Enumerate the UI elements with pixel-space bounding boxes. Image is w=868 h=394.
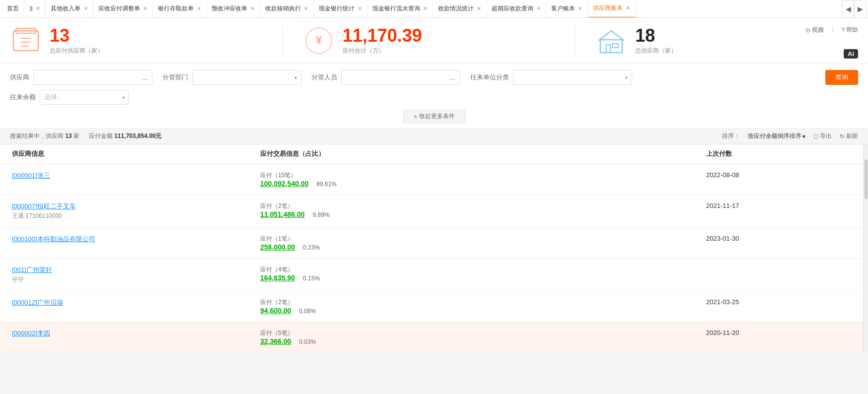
collapse-button[interactable]: ∧ 收起更多条件: [403, 110, 465, 123]
supplier-link-5[interactable]: [000002]李四: [12, 329, 50, 337]
stat-info-1: 13 总应付供应商（家）: [50, 27, 103, 55]
supplier-input-wrap: ...: [33, 70, 152, 85]
filter-balance: 往来余额 选择... ▾: [10, 90, 129, 105]
table-row: [000100]本特勤油品有限公司 应付（1笔） 258,000.00 0.23…: [0, 228, 863, 259]
top-nav: 首页 3 ✕ 其他收入单 ✕ 应收应付调整单 ✕ 银行存取款单 ✕ 预收冲应收单…: [0, 0, 868, 18]
nav-tab-bank-deposit[interactable]: 银行存取款单 ✕: [153, 0, 207, 18]
nav-tab-3[interactable]: 3 ✕: [24, 0, 46, 18]
close-icon[interactable]: ✕: [477, 5, 481, 12]
close-icon[interactable]: ✕: [626, 5, 630, 11]
balance-dropdown-arrow: ▾: [122, 95, 125, 100]
close-icon[interactable]: ✕: [423, 5, 428, 12]
nav-tab-receipt-stat[interactable]: 收款情况统计 ✕: [433, 0, 487, 18]
close-icon[interactable]: ✕: [536, 5, 541, 12]
txn-amount-2[interactable]: 258,000.00: [260, 243, 295, 251]
txn-label-5: 应付（5笔）: [260, 329, 702, 337]
nav-tab-prepay-ar[interactable]: 预收冲应收单 ✕: [207, 0, 260, 18]
nav-tab-other-income[interactable]: 其他收入单 ✕: [46, 0, 93, 18]
close-icon[interactable]: ✕: [143, 5, 147, 12]
sort-label: 排序：: [722, 132, 740, 140]
stat-number-3: 18: [635, 27, 677, 45]
nav-right-arrow[interactable]: ▶: [854, 0, 866, 18]
lastpay-cell-4: 2021-03-25: [704, 298, 853, 306]
results-bar: 搜索结果中，供应商 13 家 应付金额 111,703,854.00元 排序： …: [0, 129, 868, 144]
sort-selector[interactable]: 按应付余额倒序排序 ▾: [748, 132, 805, 140]
video-icon: ⊙: [805, 27, 810, 34]
nav-left-arrow[interactable]: ◀: [842, 0, 854, 18]
filter-area: 供应商 ... 分管部门 ▾ 分管人员 ... 往来单位分类: [0, 64, 868, 129]
nav-tab-customer-ledger[interactable]: 客户账本 ✕: [546, 0, 588, 18]
filter-person: 分管人员 ...: [311, 70, 460, 85]
person-input[interactable]: [346, 74, 447, 81]
nav-tab-overdue-ar[interactable]: 超期应收款查询 ✕: [487, 0, 546, 18]
txn-amount-4[interactable]: 94,600.00: [260, 307, 291, 315]
filter-category: 往来单位分类 ▾: [470, 70, 632, 85]
help-btn[interactable]: ? 帮助: [841, 26, 858, 34]
close-icon[interactable]: ✕: [197, 5, 201, 12]
scrollbar-thumb[interactable]: [865, 159, 868, 199]
supplier-ellipsis[interactable]: ...: [142, 73, 148, 82]
supplier-link-4[interactable]: [000012]广州贝瑞: [12, 299, 63, 306]
dept-select[interactable]: ▾: [192, 70, 301, 85]
nav-tab-receipt-exec[interactable]: 收款核销执行 ✕: [260, 0, 314, 18]
dept-dropdown-arrow: ▾: [294, 75, 297, 80]
supplier-count: 13: [65, 132, 72, 139]
stat-label-2: 应付合计（万）: [343, 47, 422, 55]
txn-cell-0: 应付（15笔） 100,092,540.00 89.61%: [258, 171, 704, 188]
table-row: [000001]张三 应付（15笔） 100,092,540.00 89.61%…: [0, 164, 863, 195]
filter-supplier: 供应商 ...: [10, 70, 152, 85]
stat-info-2: 11,170.39 应付合计（万）: [343, 27, 422, 55]
nav-tab-supplier-ledger[interactable]: 供应商账本 ✕: [588, 0, 636, 18]
txn-cell-2: 应付（1笔） 258,000.00 0.23%: [258, 235, 704, 251]
txn-amount-1[interactable]: 11,051,486.00: [260, 210, 305, 218]
close-icon[interactable]: ✕: [83, 5, 88, 12]
txn-amount-0[interactable]: 100,092,540.00: [260, 180, 308, 188]
supplier-input[interactable]: [38, 74, 140, 81]
header-actions: ⊙ 视频 | ? 帮助: [805, 26, 858, 34]
category-select[interactable]: ▾: [513, 70, 632, 85]
close-icon[interactable]: ✕: [578, 5, 582, 12]
txn-label-3: 应付（4笔）: [260, 265, 702, 274]
supplier-link-0[interactable]: [000001]张三: [12, 172, 50, 179]
close-icon[interactable]: ✕: [250, 5, 255, 12]
nav-tab-ar-ap-adjust[interactable]: 应收应付调整单 ✕: [93, 0, 153, 18]
query-button[interactable]: 查询: [825, 70, 858, 85]
nav-tab-home[interactable]: 首页: [2, 0, 24, 18]
stats-header: 13 总应付供应商（家） ¥ 11,170.39 应付合计（万）: [0, 18, 868, 64]
table-row: [001]广州荣轩 仔仔 应付（4笔） 164,635.90 0.15%: [0, 259, 863, 291]
txn-amount-3[interactable]: 164,635.90: [260, 274, 295, 282]
close-icon[interactable]: ✕: [36, 5, 40, 12]
stat-number-2: 11,170.39: [343, 27, 422, 45]
txn-cell-3: 应付（4笔） 164,635.90 0.15%: [258, 265, 704, 282]
txn-amount-5[interactable]: 32,366.00: [260, 337, 291, 345]
txn-percent-0: 89.61%: [316, 181, 337, 188]
stat-info-3: 18 总供应商（家）: [635, 27, 677, 55]
supplier-link-2[interactable]: [000100]本特勤油品有限公司: [12, 235, 95, 243]
svg-rect-8: [606, 45, 610, 53]
lastpay-cell-2: 2023-01-30: [704, 235, 853, 242]
right-scrollbar[interactable]: [863, 144, 868, 353]
supplier-cell-1: [000007]恒旺二手叉车 王通 17106110000: [10, 202, 258, 220]
txn-cell-4: 应付（2笔） 94,600.00 0.08%: [258, 298, 704, 315]
video-btn[interactable]: ⊙ 视频: [805, 26, 824, 34]
balance-select[interactable]: 选择... ▾: [40, 90, 129, 105]
ai-badge[interactable]: Ai: [844, 49, 858, 59]
table-row-highlighted: [000002]李四 应付（5笔） 32,366.00 0.03% 2020-1…: [0, 322, 863, 353]
refresh-btn[interactable]: ↻ 刷新: [840, 132, 858, 140]
nav-tab-cash-stat[interactable]: 现金银行统计 ✕: [314, 0, 367, 18]
amount-value: 111,703,854.00元: [114, 132, 161, 139]
txn-label-4: 应付（2笔）: [260, 298, 702, 307]
person-ellipsis[interactable]: ...: [449, 73, 456, 82]
lastpay-cell-0: 2022-08-08: [704, 171, 853, 179]
export-btn[interactable]: ⬡ 导出: [813, 132, 832, 140]
close-icon[interactable]: ✕: [358, 5, 362, 12]
supplier-link-3[interactable]: [001]广州荣轩: [12, 266, 52, 273]
close-icon[interactable]: ✕: [304, 5, 308, 12]
filter-row-2: 往来余额 选择... ▾: [10, 90, 858, 105]
category-filter-label: 往来单位分类: [470, 73, 509, 82]
supplier-link-1[interactable]: [000007]恒旺二手叉车: [12, 202, 76, 210]
txn-label-0: 应付（15笔）: [260, 171, 702, 180]
category-dropdown-arrow: ▾: [625, 75, 628, 80]
money-icon: ¥: [303, 25, 335, 57]
nav-tab-cash-flow[interactable]: 现金银行流水查询 ✕: [367, 0, 433, 18]
